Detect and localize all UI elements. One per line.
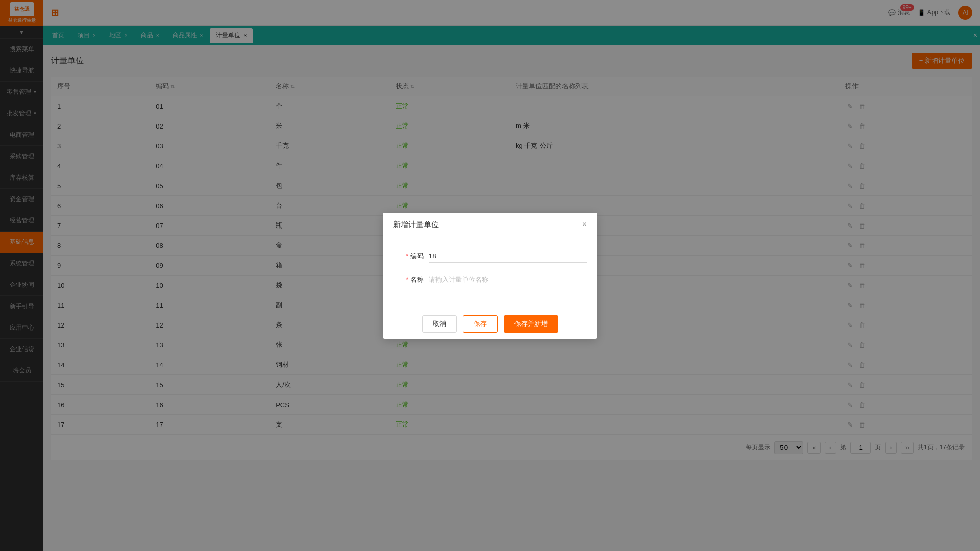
- modal-header: 新增计量单位 ×: [383, 213, 597, 237]
- add-unit-modal: 新增计量单位 × * 编码 * 名称 取消 保存 保存并新增: [383, 213, 597, 339]
- code-input[interactable]: [429, 249, 587, 263]
- modal-body: * 编码 * 名称: [383, 237, 597, 309]
- required-star-code: *: [406, 252, 408, 260]
- modal-close-button[interactable]: ×: [582, 220, 587, 229]
- modal-footer: 取消 保存 保存并新增: [383, 309, 597, 339]
- cancel-button[interactable]: 取消: [422, 315, 457, 333]
- name-label: * 名称: [393, 275, 424, 284]
- modal-title: 新增计量单位: [393, 220, 439, 230]
- modal-overlay[interactable]: 新增计量单位 × * 编码 * 名称 取消 保存 保存并新增: [0, 0, 980, 551]
- save-button[interactable]: 保存: [463, 315, 498, 333]
- form-item-code: * 编码: [393, 249, 587, 263]
- form-item-name: * 名称: [393, 273, 587, 286]
- save-add-button[interactable]: 保存并新增: [504, 315, 558, 333]
- required-star-name: *: [406, 276, 408, 283]
- name-input[interactable]: [429, 273, 587, 286]
- code-label: * 编码: [393, 252, 424, 261]
